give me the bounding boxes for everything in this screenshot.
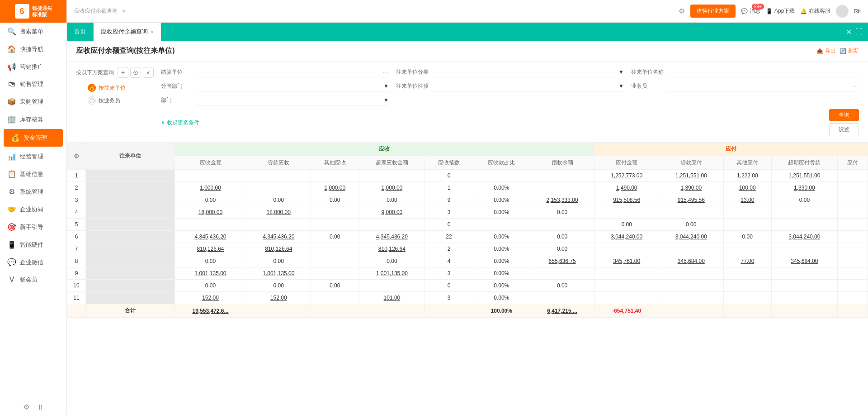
- salesman-dots[interactable]: ···: [853, 83, 859, 89]
- query-button[interactable]: 查询: [829, 109, 859, 121]
- sidebar-item-hardware[interactable]: 📱 智能硬件: [0, 236, 66, 253]
- filter-settings-btn[interactable]: ⊙: [130, 67, 141, 78]
- cell-ap_loan[interactable]: 1,251,551.00: [659, 170, 723, 182]
- cell-ar_loan[interactable]: 18,000.00: [246, 206, 311, 219]
- settings-gear-icon[interactable]: ⚙: [679, 7, 685, 15]
- cell-ar_amount[interactable]: 810,126.64: [175, 243, 246, 255]
- filter-option-by-staff[interactable]: 🕐 按业务员: [85, 95, 154, 106]
- sidebar-settings-icon[interactable]: ⚙: [23, 403, 29, 411]
- settings-button[interactable]: 设置: [829, 123, 859, 136]
- app-download-link[interactable]: 📱 App下载: [766, 7, 795, 15]
- add-filter-btn[interactable]: +: [118, 67, 128, 78]
- cell-ap_overdue[interactable]: 3,044,240.00: [772, 231, 838, 243]
- cell-ap_amount[interactable]: 345,761.00: [594, 255, 659, 267]
- cell-ap_loan[interactable]: 915,495.56: [659, 194, 723, 206]
- tab-active[interactable]: 应收应付余额查询 ×: [94, 23, 161, 41]
- ap-loan-header: 贷款应付: [659, 156, 723, 170]
- sidebar-item-operations[interactable]: 📊 经营管理: [0, 148, 66, 165]
- sidebar-item-system[interactable]: ⚙ 系统管理: [0, 183, 66, 200]
- cell-ap_overdue[interactable]: 1,251,551.00: [772, 170, 838, 182]
- export-button[interactable]: 📤 导出: [816, 47, 836, 55]
- unit-name-input[interactable]: [667, 67, 859, 77]
- table-settings-gear[interactable]: ⚙: [71, 151, 82, 162]
- cell-ar_amount[interactable]: 18,000.00: [175, 206, 246, 219]
- user-avatar[interactable]: [836, 5, 849, 18]
- cell-ar_pre[interactable]: 2,153,333.00: [530, 194, 594, 206]
- cell-ap_loan[interactable]: 1,390.00: [659, 182, 723, 194]
- cell-ar_ratio: 0.00%: [473, 231, 530, 243]
- sidebar-item-sales[interactable]: 🛍 销售管理: [0, 76, 66, 93]
- cell-ar_overdue[interactable]: 1,000.00: [359, 182, 425, 194]
- cell-ap_other[interactable]: 77.00: [723, 255, 771, 267]
- tab-maximize-icon[interactable]: ⛶: [855, 28, 863, 36]
- cell-ar_loan[interactable]: 1,001,135.00: [246, 267, 311, 280]
- cell-ap_overdue[interactable]: 1,390.00: [772, 182, 838, 194]
- cell-ap_amount[interactable]: 3,044,240.00: [594, 231, 659, 243]
- cell-ap_other[interactable]: 100.00: [723, 182, 771, 194]
- sidebar-item-finance[interactable]: 💰 资金管理: [4, 129, 63, 147]
- cell-ar_overdue[interactable]: 101.00: [359, 292, 425, 304]
- message-button[interactable]: 💬 消息 99+: [741, 7, 760, 15]
- cell-ar_overdue[interactable]: 9,000.00: [359, 206, 425, 219]
- settlement-unit-dots[interactable]: ···: [383, 69, 389, 75]
- sidebar-item-guide[interactable]: 🎯 新手引导: [0, 218, 66, 236]
- ar-group-header: 应收: [175, 143, 594, 156]
- cell-no: 6: [67, 231, 86, 243]
- sidebar-item-member[interactable]: V 畅会员: [0, 271, 66, 288]
- refresh-button[interactable]: 🔄 刷新: [840, 47, 859, 55]
- unit-nature-select[interactable]: ▼: [432, 81, 624, 91]
- sidebar-item-corp[interactable]: 🤝 企业协同: [0, 200, 66, 218]
- cell-ap_overdue[interactable]: 345,684.00: [772, 255, 838, 267]
- cell-ar_amount[interactable]: 4,345,436.20: [175, 231, 246, 243]
- cell-ap_amount[interactable]: 1,252,773.00: [594, 170, 659, 182]
- cell-ar_overdue[interactable]: 4,345,436.20: [359, 231, 425, 243]
- dept-select[interactable]: ▼: [196, 81, 389, 91]
- cell-ap_amount[interactable]: 1,490.00: [594, 182, 659, 194]
- cell-ap_loan[interactable]: 345,684.00: [659, 255, 723, 267]
- sidebar-item-quick[interactable]: 🏠 快捷导航: [0, 40, 66, 58]
- tab-close-icon[interactable]: ×: [151, 29, 153, 34]
- cell-ar_loan[interactable]: 4,345,436.20: [246, 231, 311, 243]
- sidebar-collapse-icon[interactable]: ⏸: [37, 403, 44, 411]
- collapse-conditions-btn[interactable]: ∧ 收起更多条件: [161, 117, 199, 129]
- department-select[interactable]: ▼: [196, 95, 389, 105]
- filter-label: 按以下方案查询: [76, 69, 114, 76]
- cell-ap_overdue: [772, 243, 838, 255]
- tab-close-window-icon[interactable]: ✕: [846, 28, 852, 36]
- ap-group-header: 应付: [594, 143, 868, 156]
- unit-category-select[interactable]: ▼: [432, 67, 624, 77]
- sidebar-item-wechat[interactable]: 💬 企业微信: [0, 253, 66, 271]
- ap-extra-header: 应付: [837, 156, 868, 170]
- sidebar-item-inventory[interactable]: 🏢 库存核算: [0, 110, 66, 128]
- dropdown-icon: ▼: [618, 69, 624, 75]
- cell-ar_amount[interactable]: 1,001,135.00: [175, 267, 246, 280]
- sidebar-item-marketing[interactable]: 📢 营销推广: [0, 58, 66, 76]
- cell-ap_loan: [659, 280, 723, 292]
- ar-loan-header: 贷款应收: [246, 156, 311, 170]
- cell-ar_amount[interactable]: 1,000.00: [175, 182, 246, 194]
- cell-ap_extra: [837, 170, 868, 182]
- tab-home[interactable]: 首页: [67, 23, 94, 41]
- filter-option-by-unit[interactable]: 💰 按往来单位: [85, 82, 154, 93]
- cell-ar_amount[interactable]: 152.00: [175, 292, 246, 304]
- filter-collapse-btn[interactable]: «: [143, 67, 154, 78]
- cell-ap_loan[interactable]: 3,044,240.00: [659, 231, 723, 243]
- cell-ap_other[interactable]: 13.00: [723, 194, 771, 206]
- online-service-link[interactable]: 🔔 在线客服: [800, 7, 830, 15]
- cell-ar_count: 0: [425, 280, 473, 292]
- cell-ar_loan[interactable]: 810,126.64: [246, 243, 311, 255]
- solution-button[interactable]: 体验行业方案: [690, 5, 736, 18]
- cell-ar_pre[interactable]: 655,636.75: [530, 255, 594, 267]
- cell-ar_other[interactable]: 1,000.00: [311, 182, 359, 194]
- sidebar-item-search[interactable]: 🔍 搜索菜单: [0, 23, 66, 40]
- cell-ap_other[interactable]: 1,222.00: [723, 170, 771, 182]
- cell-ar_overdue[interactable]: 810,126.64: [359, 243, 425, 255]
- footer-ar-amount[interactable]: 19,553,472,6...: [175, 304, 246, 318]
- sidebar-item-base[interactable]: 📋 基础信息: [0, 165, 66, 183]
- sidebar-item-purchase[interactable]: 📦 采购管理: [0, 93, 66, 110]
- cell-ar_loan[interactable]: 152.00: [246, 292, 311, 304]
- cell-ap_amount[interactable]: 915,508.56: [594, 194, 659, 206]
- footer-ar-pre[interactable]: 6,417,215....: [530, 304, 594, 318]
- footer-ar-ratio: 100.00%: [473, 304, 530, 318]
- cell-ar_overdue[interactable]: 1,001,135.00: [359, 267, 425, 280]
